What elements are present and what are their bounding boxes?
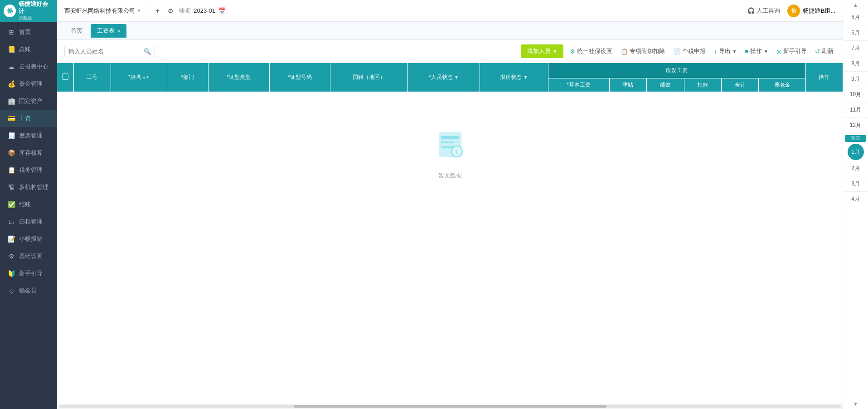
- sidebar-label-capital: 资金管理: [19, 80, 43, 88]
- user-menu[interactable]: 畅 畅捷通B组...: [787, 5, 835, 17]
- month-item-11[interactable]: 11月: [843, 102, 868, 118]
- sidebar-item-inventory[interactable]: 📦库存核算: [0, 144, 57, 161]
- avatar: 畅: [787, 5, 800, 17]
- horizontal-scrollbar[interactable]: [57, 404, 843, 409]
- sidebar-item-capital[interactable]: 💰资金管理: [0, 75, 57, 93]
- sidebar-nav: ⊞首页📒总账☁云报表中心💰资金管理🏢固定资产💳工资🧾发票管理📦库存核算📋税务管理…: [0, 22, 57, 409]
- th-status[interactable]: *人员状态 ▼: [407, 63, 480, 92]
- sidebar-label-archive: 归档管理: [19, 218, 43, 226]
- th-emp-no-label: 工号: [87, 74, 97, 80]
- refresh-icon: ↺: [815, 48, 820, 55]
- sidebar-item-invoice[interactable]: 🧾发票管理: [0, 127, 57, 144]
- month-item-10[interactable]: 10月: [843, 87, 868, 102]
- sidebar-icon-settings: ⚙: [7, 253, 15, 260]
- tab-home-label: 首页: [71, 27, 82, 35]
- topbar-add-button[interactable]: +: [153, 6, 162, 16]
- month-item-6[interactable]: 6月: [843, 25, 868, 41]
- sidebar-label-settings: 基础设置: [19, 252, 43, 260]
- sidebar-label-salary: 工资: [19, 114, 31, 122]
- th-emp-no: 工号: [73, 63, 111, 92]
- company-selector[interactable]: 西安虾米网络科技有限公司 ▼: [64, 7, 141, 15]
- scrollbar-thumb[interactable]: [294, 405, 606, 408]
- tab-salary-table[interactable]: 工资表 ×: [91, 24, 126, 38]
- sidebar-icon-settle: ✅: [7, 201, 15, 208]
- sidebar-item-expense[interactable]: 📝小畅报销: [0, 230, 57, 248]
- topbar-right: 🎧 人工咨询 畅 畅捷通B组...: [747, 5, 835, 17]
- th-nationality: 国籍（地区）: [330, 63, 407, 92]
- empty-text: 暂无数据: [438, 171, 462, 180]
- sidebar-item-tax[interactable]: 📋税务管理: [0, 161, 57, 179]
- search-wrap: 🔍: [64, 46, 155, 57]
- sidebar-item-assets[interactable]: 🏢固定资产: [0, 93, 57, 110]
- sidebar-item-multiorg[interactable]: 🏗多机构管理: [0, 179, 57, 196]
- headset-icon: 🎧: [747, 7, 755, 14]
- month-item-8[interactable]: 8月: [843, 56, 868, 72]
- month-item-2[interactable]: 2月: [843, 161, 868, 176]
- tab-home[interactable]: 首页: [64, 24, 89, 38]
- month-item-1[interactable]: 1月: [848, 144, 864, 160]
- sidebar-item-archive[interactable]: 🗂归档管理: [0, 213, 57, 230]
- tax-filing-button[interactable]: 📄 个税申报: [671, 47, 708, 55]
- search-input[interactable]: [68, 48, 141, 55]
- topbar: 西安虾米网络科技有限公司 ▼ + ⚙ 账期 2023-01 📅 🎧 人工咨询 畅…: [57, 0, 843, 22]
- th-name[interactable]: *姓名 ▲▼: [111, 63, 167, 92]
- special-deduction-label: 专项附加扣除: [630, 47, 665, 55]
- sidebar-item-member[interactable]: ◇畅会员: [0, 282, 57, 299]
- export-arrow-icon: ▼: [732, 49, 737, 54]
- svg-rect-2: [441, 141, 455, 143]
- search-icon: 🔍: [144, 48, 151, 55]
- panel-scroll-down[interactable]: ▼: [843, 399, 868, 409]
- add-person-button[interactable]: 添加人员 ▼: [521, 44, 563, 58]
- table-header-row: 工号 *姓名 ▲▼ *部门 *证型类型: [57, 63, 843, 78]
- content-area: 🔍 添加人员 ▼ ⚙ 统一社保设置 📋 专项附加扣除 📄 个税申报: [57, 40, 843, 409]
- calendar-icon[interactable]: 📅: [218, 7, 226, 15]
- tax-filing-icon: 📄: [673, 48, 680, 55]
- month-item-7[interactable]: 7月: [843, 41, 868, 56]
- sidebar-item-guide[interactable]: 🔰新手引导: [0, 265, 57, 282]
- operations-label: 操作: [750, 47, 762, 55]
- month-item-3[interactable]: 3月: [843, 176, 868, 192]
- th-action-label: 操作: [819, 74, 829, 80]
- service-button[interactable]: 🎧 人工咨询: [747, 7, 780, 15]
- sidebar-icon-invoice: 🧾: [7, 132, 15, 139]
- social-security-label: 统一社保设置: [577, 47, 612, 55]
- right-month-panel: ▲ 5月6月7月8月9月10月11月12月20231月2月3月4月 ▼: [843, 0, 868, 409]
- th-report-status[interactable]: 报送状态 ▼: [480, 63, 548, 92]
- operations-icon: ≡: [745, 48, 749, 55]
- sidebar-item-settings[interactable]: ⚙基础设置: [0, 248, 57, 265]
- refresh-button[interactable]: ↺ 刷新: [813, 47, 835, 55]
- tab-bar: 首页 工资表 ×: [57, 22, 843, 40]
- tax-filing-label: 个税申报: [682, 47, 706, 55]
- operations-button[interactable]: ≡ 操作 ▼: [743, 47, 771, 55]
- export-label: 导出: [719, 47, 731, 55]
- panel-scroll-up[interactable]: ▲: [843, 0, 868, 10]
- month-item-4[interactable]: 4月: [843, 192, 868, 207]
- sidebar-item-report[interactable]: ☁云报表中心: [0, 58, 57, 75]
- app-title: 畅捷通好会计: [19, 0, 53, 15]
- topbar-period: 账期 2023-01 📅: [179, 7, 226, 15]
- month-item-9[interactable]: 9月: [843, 72, 868, 87]
- sidebar-icon-tax: 📋: [7, 166, 15, 174]
- sidebar-item-settle[interactable]: ✅结账: [0, 196, 57, 213]
- new-guide-button[interactable]: ◎ 新手引导: [775, 47, 809, 55]
- export-button[interactable]: ↓ 导出 ▼: [712, 47, 738, 55]
- sidebar-label-ledger: 总账: [19, 45, 31, 54]
- th-status-label: *人员状态: [429, 74, 453, 80]
- toolbar-right: 添加人员 ▼ ⚙ 统一社保设置 📋 专项附加扣除 📄 个税申报 ↓ 导出: [521, 44, 835, 58]
- sidebar-item-salary[interactable]: 💳工资: [0, 110, 57, 127]
- sidebar-item-home[interactable]: ⊞首页: [0, 24, 57, 41]
- special-deduction-button[interactable]: 📋 专项附加扣除: [619, 47, 667, 55]
- new-guide-icon: ◎: [776, 48, 781, 55]
- select-all-checkbox[interactable]: [62, 73, 68, 80]
- sidebar-item-ledger[interactable]: 📒总账: [0, 41, 57, 58]
- sidebar-icon-member: ◇: [7, 287, 15, 294]
- topbar-settings-icon[interactable]: ⚙: [168, 7, 174, 15]
- month-item-5[interactable]: 5月: [843, 10, 868, 25]
- month-item-12[interactable]: 12月: [843, 118, 868, 133]
- social-security-button[interactable]: ⚙ 统一社保设置: [568, 47, 614, 55]
- period-label: 账期: [179, 7, 191, 15]
- th-id-no: *证型号码: [269, 63, 330, 92]
- th-checkbox[interactable]: [57, 63, 73, 92]
- sidebar-label-home: 首页: [19, 28, 31, 36]
- tab-close-icon[interactable]: ×: [117, 28, 120, 34]
